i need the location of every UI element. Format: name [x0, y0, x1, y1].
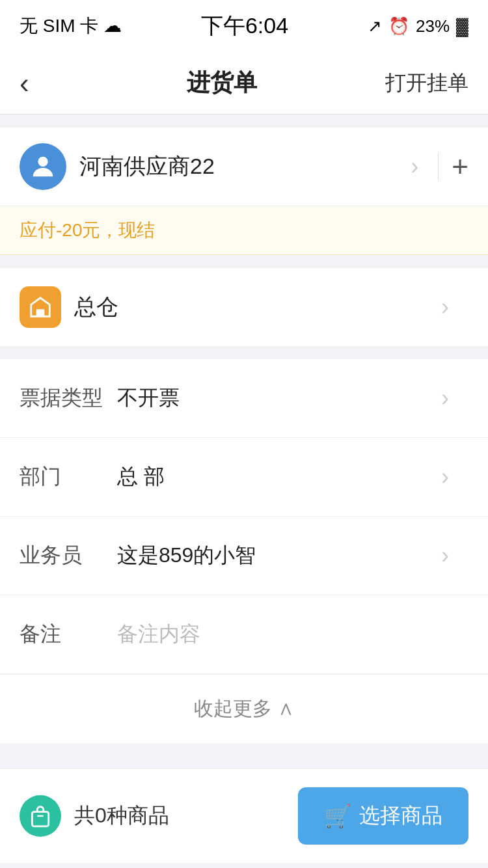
invoice-type-chevron-icon: › — [441, 385, 449, 412]
invoice-type-label: 票据类型 — [20, 384, 111, 413]
user-icon — [28, 152, 58, 182]
status-time: 下午6:04 — [201, 11, 288, 41]
warehouse-chevron-icon: › — [441, 293, 449, 321]
remark-row[interactable]: 备注 备注内容 — [0, 595, 488, 674]
remark-label: 备注 — [20, 620, 111, 649]
status-right: ↗ ⏰ 23% ▓ — [368, 16, 468, 36]
warehouse-label: 总仓 — [74, 292, 441, 322]
notice-text: 应付-20元，现结 — [20, 220, 155, 240]
form-section: 票据类型 不开票 › 部门 总 部 › 业务员 这是859的小智 › 备注 备注… — [0, 359, 488, 743]
warehouse-icon — [28, 295, 53, 319]
status-left: 无 SIM 卡 ☁ — [20, 14, 122, 38]
salesperson-value: 这是859的小智 — [111, 541, 441, 570]
department-label: 部门 — [20, 463, 111, 491]
department-value: 总 部 — [111, 463, 441, 491]
section-gap-3 — [0, 346, 488, 359]
back-button[interactable]: ‹ — [20, 67, 59, 100]
open-pending-button[interactable]: 打开挂单 — [385, 69, 468, 98]
invoice-type-value: 不开票 — [111, 384, 441, 413]
svg-rect-2 — [32, 812, 48, 826]
status-bar: 无 SIM 卡 ☁ 下午6:04 ↗ ⏰ 23% ▓ — [0, 0, 488, 52]
department-chevron-icon: › — [441, 463, 449, 491]
collapse-row[interactable]: 收起更多 ∧ — [0, 674, 488, 743]
bottom-bar: 共0种商品 🛒 选择商品 — [0, 769, 488, 863]
remark-input[interactable]: 备注内容 — [111, 620, 468, 649]
location-icon: ↗ — [368, 16, 382, 36]
select-btn-label: 选择商品 — [359, 802, 442, 830]
shopping-bag-icon — [28, 804, 53, 828]
product-icon-wrap — [20, 795, 61, 837]
svg-point-0 — [38, 157, 47, 167]
alarm-icon: ⏰ — [388, 16, 409, 36]
department-row[interactable]: 部门 总 部 › — [0, 438, 488, 517]
section-gap-1 — [0, 115, 488, 128]
battery-icon: ▓ — [456, 16, 468, 36]
warehouse-card: 总仓 › — [0, 268, 488, 346]
cart-icon: 🛒 — [324, 803, 351, 829]
nav-bar: ‹ 进货单 打开挂单 — [0, 52, 488, 115]
salesperson-row[interactable]: 业务员 这是859的小智 › — [0, 517, 488, 595]
page-title: 进货单 — [187, 67, 257, 99]
add-supplier-button[interactable]: + — [438, 152, 468, 181]
page-rest — [0, 863, 488, 868]
salesperson-chevron-icon: › — [441, 542, 449, 569]
warehouse-icon-wrap — [20, 286, 61, 328]
salesperson-label: 业务员 — [20, 541, 111, 570]
svg-rect-1 — [36, 309, 45, 316]
warehouse-row[interactable]: 总仓 › — [0, 268, 488, 346]
supplier-avatar — [20, 143, 66, 190]
invoice-type-row[interactable]: 票据类型 不开票 › — [0, 359, 488, 438]
sim-label: 无 SIM 卡 ☁ — [20, 14, 122, 38]
section-gap-2 — [0, 255, 488, 268]
select-product-button[interactable]: 🛒 选择商品 — [298, 787, 468, 845]
supplier-card: 河南供应商22 › + 应付-20元，现结 — [0, 128, 488, 255]
supplier-chevron-icon: › — [411, 153, 418, 180]
supplier-row[interactable]: 河南供应商22 › + — [0, 128, 488, 206]
collapse-label[interactable]: 收起更多 ∧ — [194, 696, 293, 722]
supplier-name: 河南供应商22 — [79, 152, 411, 182]
notice-bar: 应付-20元，现结 — [0, 206, 488, 255]
section-gap-4 — [0, 743, 488, 756]
product-count-label: 共0种商品 — [74, 802, 285, 830]
battery-label: 23% — [416, 16, 450, 36]
